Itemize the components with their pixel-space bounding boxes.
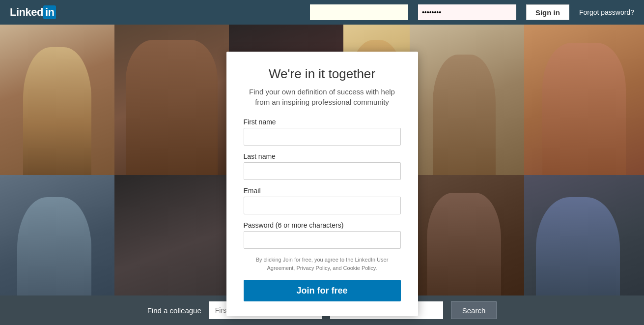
bg-cell-6: [524, 25, 644, 175]
first-name-group: First name: [244, 118, 401, 146]
join-for-free-button[interactable]: Join for free: [244, 280, 401, 301]
search-button[interactable]: Search: [451, 301, 497, 319]
modal-title: We're in it together: [244, 66, 401, 82]
last-name-label: Last name: [244, 152, 401, 160]
header-password-input[interactable]: [418, 4, 516, 20]
bg-cell-2: [114, 25, 229, 175]
bg-cell-1: [0, 25, 114, 175]
logo-linked-text: Linked: [10, 6, 43, 19]
logo-in-badge: in: [43, 5, 56, 19]
bg-cell-5: [410, 25, 524, 175]
header: Linkedin Sign in Forgot password?: [0, 0, 644, 25]
last-name-group: Last name: [244, 152, 401, 180]
password-group: Password (6 or more characters): [244, 221, 401, 249]
agreement-text: By clicking Join for free, you agree to …: [244, 256, 401, 272]
password-label: Password (6 or more characters): [244, 221, 401, 229]
first-name-input[interactable]: [244, 128, 401, 146]
last-name-input[interactable]: [244, 162, 401, 180]
sign-in-button[interactable]: Sign in: [526, 4, 569, 20]
find-colleague-label: Find a colleague: [147, 306, 201, 315]
email-label: Email: [244, 187, 401, 195]
header-email-input[interactable]: [310, 4, 408, 20]
registration-modal: We're in it together Find your own defin…: [226, 52, 418, 316]
main-area: We're in it together Find your own defin…: [0, 25, 644, 325]
modal-subtitle: Find your own definition of success with…: [244, 87, 401, 107]
forgot-password-link[interactable]: Forgot password?: [579, 8, 634, 16]
email-group: Email: [244, 187, 401, 214]
first-name-label: First name: [244, 118, 401, 126]
password-input[interactable]: [244, 231, 401, 249]
email-input[interactable]: [244, 197, 401, 214]
logo: Linkedin: [10, 5, 56, 19]
